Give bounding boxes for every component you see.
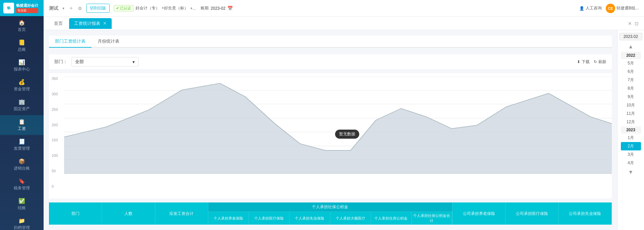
tab-salary-report[interactable]: 工资统计报表 ✕ <box>69 18 112 29</box>
topbar-right: 👤 人工咨询 CE 轻捷通B组... <box>579 4 639 13</box>
table-header: 部门人数应发工资合计个人承担社保公积金个人承担养老保险个人承担医疗保险个人承担失… <box>49 202 612 225</box>
logo-badge: 专业版 <box>16 8 38 13</box>
topbar-status: ✔ 已认证 好会计（专） +好生意（标） +... 账期 2023-02 📅 <box>114 5 233 11</box>
download-icon: ⬇ <box>577 59 580 64</box>
toolbar-actions: ⬇ 下载 ↻ 刷新 <box>577 59 606 65</box>
sidebar-item-home[interactable]: 🏠首页 <box>0 16 44 36</box>
tab-close-icon[interactable]: ✕ <box>103 21 107 26</box>
help-icon: 👤 <box>579 6 584 11</box>
user-menu[interactable]: CE 轻捷通B组... <box>606 4 639 13</box>
group-sub-col: 个人承担住房公积金 <box>371 212 412 225</box>
main-content: 测试 ▾ ＋ ⚙ 切到旧版 ✔ 已认证 好会计（专） +好生意（标） +... … <box>44 0 644 230</box>
good-acc-tag: 好会计（专） <box>136 5 160 11</box>
month-item-2022-10月[interactable]: 10月 <box>621 101 641 109</box>
chart-svg <box>64 77 612 174</box>
biz-tag: +好生意（标） <box>162 5 188 11</box>
month-item-2023-1月[interactable]: 1月 <box>621 134 641 142</box>
year-badge-2022: 2022 <box>621 52 641 59</box>
month-item-2022-7月[interactable]: 7月 <box>621 76 641 84</box>
sidebar-item-trade[interactable]: 📦进销台账 <box>0 155 44 175</box>
month-item-2023-3月[interactable]: 3月 <box>621 150 641 159</box>
sidebar-item-invoice[interactable]: 🧾发票管理 <box>0 135 44 155</box>
y-label-50: 50 <box>52 169 63 173</box>
group-sub-col: 个人承担医疗保险 <box>249 212 289 225</box>
sidebar-item-close[interactable]: ✅结账 <box>0 194 44 214</box>
archive-icon: 📁 <box>18 218 25 224</box>
dept-select[interactable]: 全部 ▾ <box>71 57 139 66</box>
y-label-150: 150 <box>52 138 63 142</box>
content-area: 部门工资统计表 月份统计表 部门： 全部 ▾ ⬇ 下载 <box>44 30 644 230</box>
month-item-2022-11月[interactable]: 11月 <box>621 109 641 118</box>
invoice-icon: 🧾 <box>18 138 25 145</box>
refresh-icon: ↻ <box>594 59 597 64</box>
month-item-2022-5月[interactable]: 5月 <box>621 59 641 67</box>
table-col-group-social: 个人承担社保公积金个人承担养老保险个人承担医疗保险个人承担失业保险个人承担大额医… <box>208 202 452 225</box>
sidebar-label-tax: 税务管理 <box>14 185 30 191</box>
sidebar-item-funds[interactable]: 💰资金管理 <box>0 76 44 95</box>
sidebar-label-reports: 报表中心 <box>14 66 30 72</box>
sidebar-item-tax[interactable]: 🔖税务管理 <box>0 175 44 194</box>
group-header: 个人承担社保公积金 <box>208 202 452 212</box>
table-col-right-公司承担医疗保险: 公司承担医疗保险 <box>505 202 558 225</box>
y-label-200: 200 <box>52 123 63 127</box>
topbar-dropdown-arrow[interactable]: ▾ <box>62 6 64 11</box>
subtab-bar: 部门工资统计表 月份统计表 <box>49 36 612 48</box>
logo-text: 畅捷通好会计 <box>16 3 38 8</box>
month-item-2023-2月[interactable]: 2月 <box>621 142 641 150</box>
logo: 畅 畅捷通好会计 专业版 <box>0 0 44 16</box>
topbar-add-icon[interactable]: ＋ <box>68 5 74 12</box>
topbar-settings-icon[interactable]: ⚙ <box>78 6 82 11</box>
tab-home[interactable]: 首页 <box>49 18 68 29</box>
refresh-btn[interactable]: ↻ 刷新 <box>594 59 606 65</box>
table-col-部门: 部门 <box>49 202 102 225</box>
panel-down-arrow[interactable]: ▼ <box>627 168 635 177</box>
sidebar-label-home: 首页 <box>18 27 26 33</box>
month-item-2022-9月[interactable]: 9月 <box>621 93 641 101</box>
y-label-100: 100 <box>52 153 63 157</box>
sidebar-label-funds: 资金管理 <box>14 86 30 92</box>
close-icon: ✅ <box>18 198 25 204</box>
subtab-dept[interactable]: 部门工资统计表 <box>49 36 92 48</box>
toolbar-row: 部门： 全部 ▾ ⬇ 下载 ↻ 刷新 <box>49 54 612 69</box>
group-body: 个人承担养老保险个人承担医疗保险个人承担失业保险个人承担大额医疗个人承担住房公积… <box>208 212 452 225</box>
sidebar: 畅 畅捷通好会计 专业版 🏠首页📒总账📊报表中心💰资金管理🏢固定资产📋工资🧾发票… <box>0 0 44 230</box>
month-item-2022-12月[interactable]: 12月 <box>621 118 641 126</box>
chart-container: 350 300 250 200 150 100 50 0 <box>49 73 612 198</box>
group-sub-col: 个人承担社保公积金合计 <box>412 212 452 225</box>
y-label-300: 300 <box>52 92 63 96</box>
group-sub-col: 个人承担大额医疗 <box>330 212 371 225</box>
window-maximize-icon[interactable]: ⊡ <box>635 21 639 26</box>
month-item-2023-4月[interactable]: 4月 <box>621 159 641 167</box>
sidebar-item-salary[interactable]: 📋工资 <box>0 115 44 135</box>
sidebar-label-archive: 归档管理 <box>14 225 30 230</box>
date-display[interactable]: 2023.02 <box>620 33 642 40</box>
ledger-icon: 📒 <box>18 39 25 46</box>
panel-up-arrow[interactable]: ▲ <box>627 42 635 51</box>
sidebar-item-assets[interactable]: 🏢固定资产 <box>0 95 44 115</box>
sidebar-label-assets: 固定资产 <box>14 106 30 112</box>
subtab-monthly[interactable]: 月份统计表 <box>92 36 125 48</box>
y-label-250: 250 <box>52 107 63 111</box>
month-item-2022-6月[interactable]: 6月 <box>621 67 641 76</box>
home-icon: 🏠 <box>18 19 25 26</box>
download-btn[interactable]: ⬇ 下载 <box>577 59 590 65</box>
svg-marker-8 <box>64 83 612 174</box>
right-panel: 2023.02 ▲ 20225月6月7月8月9月10月11月12月20231月2… <box>617 30 644 230</box>
month-item-2022-8月[interactable]: 8月 <box>621 84 641 93</box>
funds-icon: 💰 <box>18 79 25 85</box>
chart-tooltip: 暂无数据 <box>335 130 359 139</box>
reports-icon: 📊 <box>18 59 25 65</box>
table-col-right-公司承担失业保险: 公司承担失业保险 <box>559 202 612 225</box>
sidebar-item-reports[interactable]: 📊报表中心 <box>0 56 44 76</box>
calendar-icon[interactable]: 📅 <box>227 6 233 11</box>
window-close-icon[interactable]: ✕ <box>628 21 632 26</box>
sidebar-item-ledger[interactable]: 📒总账 <box>0 36 44 56</box>
topbar: 测试 ▾ ＋ ⚙ 切到旧版 ✔ 已认证 好会计（专） +好生意（标） +... … <box>44 0 644 17</box>
y-label-350: 350 <box>52 77 63 81</box>
table-col-人数: 人数 <box>102 202 155 225</box>
help-btn[interactable]: 👤 人工咨询 <box>579 5 602 11</box>
sidebar-item-archive[interactable]: 📁归档管理 <box>0 214 44 230</box>
more-tag: +... <box>190 6 196 11</box>
switch-old-btn[interactable]: 切到旧版 <box>86 4 110 13</box>
logo-icon: 畅 <box>3 3 14 13</box>
